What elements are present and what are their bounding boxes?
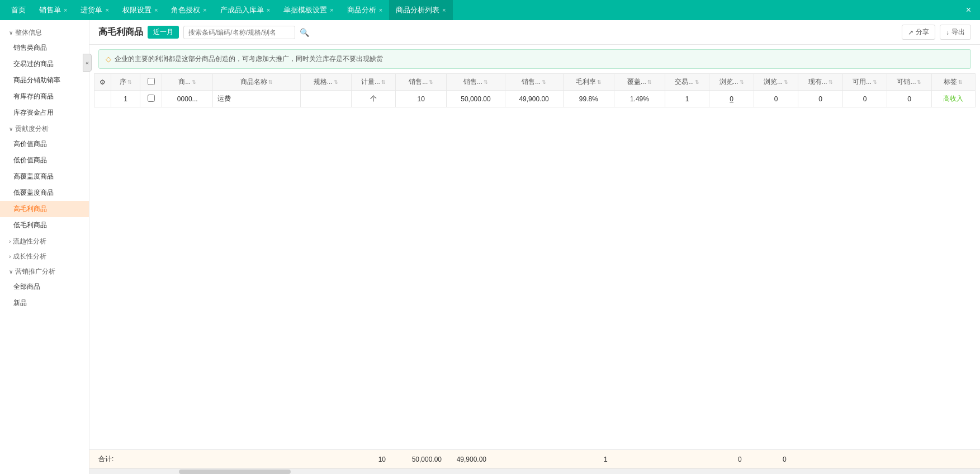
- sort-icon: ⇅: [695, 79, 699, 85]
- footer-cell-9: [538, 456, 583, 463]
- sidebar: ∨整体信息销售类商品交易过的商品商品分销助销率有库存的商品库存资金占用∨贡献度分…: [0, 20, 89, 474]
- footer-cell-12: [673, 456, 717, 463]
- sidebar-item-低价值商品[interactable]: 低价值商品: [0, 152, 89, 168]
- sidebar-item-新品[interactable]: 新品: [0, 295, 89, 311]
- sidebar-item-有库存的商品[interactable]: 有库存的商品: [0, 88, 89, 105]
- sidebar-item-商品分销助销率[interactable]: 商品分销助销率: [0, 72, 89, 88]
- col-header-可用...: 可用...⇅: [842, 74, 887, 91]
- col-header-浏览...: 浏览...⇅: [709, 74, 754, 91]
- footer-cell-2: [225, 456, 270, 463]
- nav-item-销售单[interactable]: 销售单×: [32, 0, 74, 20]
- sidebar-group-label: 成长性分析: [13, 252, 46, 261]
- row-code: 0000...: [162, 91, 213, 107]
- sidebar-group-arrow-icon: ›: [9, 238, 11, 245]
- row-unit: 个: [351, 91, 395, 107]
- sort-icon: ⇅: [192, 79, 196, 85]
- col-header-现有...: 现有...⇅: [798, 74, 842, 91]
- footer-cell-0: [136, 456, 181, 463]
- col-header-覆盖...: 覆盖...⇅: [614, 74, 665, 91]
- date-filter-button[interactable]: 近一月: [148, 26, 179, 39]
- nav-item-进货单[interactable]: 进货单×: [74, 0, 115, 20]
- col-header-商品名称: 商品名称⇅: [213, 74, 300, 91]
- content-area: 高毛利商品 近一月 🔍 ↗ 分享 ↓ 导出 ◇ 企业的主要的利润都是这部分商品创…: [89, 20, 980, 474]
- nav-close-icon[interactable]: ×: [442, 7, 446, 13]
- browse1-link[interactable]: 0: [730, 95, 733, 103]
- sort-icon: ⇅: [429, 79, 433, 85]
- sidebar-group-arrow-icon: ∨: [9, 269, 13, 275]
- row-stock-current: 0: [798, 91, 842, 107]
- row-sales-amount: 50,000.00: [447, 91, 505, 107]
- info-bar: ◇ 企业的主要的利润都是这部分商品创造的，可考虑加大推广，同时关注库存是不要出现…: [98, 49, 971, 69]
- nav-item-产成品入库单[interactable]: 产成品入库单×: [214, 0, 277, 20]
- select-all-checkbox[interactable]: [148, 78, 155, 85]
- sidebar-item-低毛利商品[interactable]: 低毛利商品: [0, 217, 89, 233]
- page-title: 高毛利商品: [98, 26, 143, 38]
- data-table: ⚙序⇅商...⇅商品名称⇅规格...⇅计量...⇅销售...⇅销售...⇅销售.…: [94, 73, 976, 107]
- row-checkbox[interactable]: [148, 95, 155, 102]
- nav-item-角色授权[interactable]: 角色授权×: [164, 0, 213, 20]
- settings-column-header[interactable]: ⚙: [94, 74, 111, 91]
- sidebar-group-整体信息[interactable]: ∨整体信息: [0, 25, 89, 40]
- sidebar-item-高覆盖度商品[interactable]: 高覆盖度商品: [0, 168, 89, 185]
- col-header-: [140, 74, 162, 91]
- sidebar-group-贡献度分析[interactable]: ∨贡献度分析: [0, 121, 89, 136]
- sidebar-item-销售类商品[interactable]: 销售类商品: [0, 40, 89, 56]
- nav-item-单据模板设置[interactable]: 单据模板设置×: [277, 0, 340, 20]
- col-header-浏览...: 浏览...⇅: [754, 74, 798, 91]
- share-button[interactable]: ↗ 分享: [902, 25, 935, 40]
- nav-close-icon[interactable]: ×: [330, 7, 333, 13]
- col-header-毛利率: 毛利率⇅: [563, 74, 614, 91]
- nav-item-商品分析列表[interactable]: 商品分析列表×: [389, 0, 452, 20]
- sidebar-item-低覆盖度商品[interactable]: 低覆盖度商品: [0, 185, 89, 201]
- nav-close-icon[interactable]: ×: [105, 7, 108, 13]
- horizontal-scrollbar[interactable]: [89, 468, 980, 474]
- nav-item-商品分析[interactable]: 商品分析×: [340, 0, 389, 20]
- nav-close-icon[interactable]: ×: [203, 7, 206, 13]
- nav-close-icon[interactable]: ×: [379, 7, 382, 13]
- sort-icon: ⇅: [873, 79, 877, 85]
- sidebar-item-高毛利商品[interactable]: 高毛利商品: [0, 201, 89, 217]
- row-sales-qty: 10: [396, 91, 447, 107]
- footer-bar: 合计: 1050,000.0049,900.00100: [89, 449, 980, 468]
- sidebar-item-库存资金占用[interactable]: 库存资金占用: [0, 105, 89, 121]
- sort-icon: ⇅: [647, 79, 652, 85]
- nav-close-icon[interactable]: ×: [154, 7, 158, 13]
- sidebar-item-交易过的商品[interactable]: 交易过的商品: [0, 56, 89, 72]
- search-button[interactable]: 🔍: [300, 28, 309, 37]
- col-header-销售...: 销售...⇅: [447, 74, 505, 91]
- sort-icon: ⇅: [484, 79, 488, 85]
- nav-item-首页[interactable]: 首页: [4, 0, 32, 20]
- nav-item-权限设置[interactable]: 权限设置×: [116, 0, 164, 20]
- sort-icon: ⇅: [127, 79, 132, 85]
- col-header-交易...: 交易...⇅: [665, 74, 709, 91]
- nav-close-icon[interactable]: ×: [64, 7, 67, 13]
- footer-cell-13: 0: [717, 456, 762, 463]
- search-input[interactable]: [183, 26, 295, 39]
- sort-icon: ⇅: [381, 79, 386, 85]
- sidebar-group-流趋性分析[interactable]: ›流趋性分析: [0, 233, 89, 248]
- sidebar-group-label: 营销推广分析: [15, 267, 55, 276]
- row-browse2: 0: [754, 91, 798, 107]
- sidebar-group-label: 流趋性分析: [13, 237, 46, 246]
- settings-icon[interactable]: ⚙: [100, 78, 106, 86]
- scrollbar-thumb[interactable]: [179, 470, 291, 474]
- row-browse1[interactable]: 0: [709, 91, 754, 107]
- sidebar-collapse-button[interactable]: «: [83, 54, 92, 72]
- sort-icon: ⇅: [268, 79, 273, 85]
- sidebar-group-营销推广分析[interactable]: ∨营销推广分析: [0, 264, 89, 279]
- export-button[interactable]: ↓ 导出: [940, 25, 971, 40]
- footer-cell-6: 50,000.00: [404, 456, 449, 463]
- sidebar-group-成长性分析[interactable]: ›成长性分析: [0, 248, 89, 264]
- col-header-销售...: 销售...⇅: [396, 74, 447, 91]
- sidebar-item-全部商品[interactable]: 全部商品: [0, 279, 89, 295]
- footer-cell-5: 10: [359, 456, 404, 463]
- row-tag: 高收入: [931, 91, 975, 107]
- footer-cell-15: [807, 456, 851, 463]
- footer-label: 合计:: [98, 454, 113, 464]
- window-close-button[interactable]: ×: [962, 5, 976, 15]
- sidebar-item-高价值商品[interactable]: 高价值商品: [0, 136, 89, 152]
- content-header: 高毛利商品 近一月 🔍 ↗ 分享 ↓ 导出: [89, 20, 980, 45]
- sort-icon: ⇅: [542, 79, 546, 85]
- main-area: ∨整体信息销售类商品交易过的商品商品分销助销率有库存的商品库存资金占用∨贡献度分…: [0, 20, 980, 474]
- nav-close-icon[interactable]: ×: [267, 7, 270, 13]
